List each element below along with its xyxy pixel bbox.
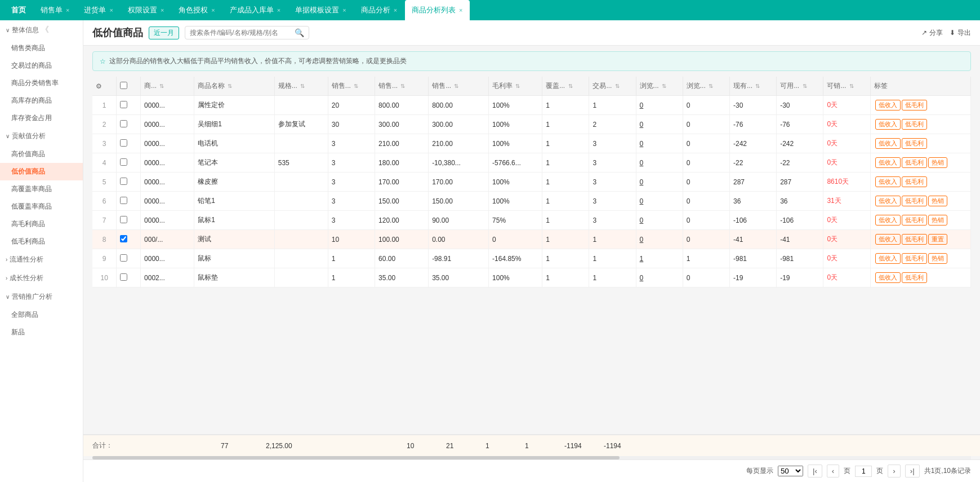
close-icon[interactable]: × [394,7,397,14]
th-current-stock[interactable]: 现有... ⇅ [729,77,776,96]
page-size-select[interactable]: 50 100 200 [778,466,803,476]
nav-tab-product-in[interactable]: 产成品入库单 × [223,0,287,20]
browse-link[interactable]: 0 [640,216,644,224]
sidebar-group-overall[interactable]: ∨ 整体信息 《 [0,20,83,39]
close-icon[interactable]: × [342,7,346,14]
th-sales-profit[interactable]: 销售... ⇅ [429,77,489,96]
browse-link[interactable]: 0 [640,197,644,205]
search-input[interactable] [190,29,291,37]
sidebar-item-high-coverage[interactable]: 高覆盖率商品 [0,180,83,198]
browse-link[interactable]: 0 [640,274,644,282]
sidebar-item-all-goods[interactable]: 全部商品 [0,306,83,324]
row-coverage: 1 [542,115,589,134]
row-checkbox[interactable] [120,197,127,204]
th-spec[interactable]: 规格... ⇅ [274,77,328,96]
th-coverage[interactable]: 覆盖... ⇅ [542,77,589,96]
collapse-icon[interactable]: 《 [41,25,49,35]
row-checkbox[interactable] [120,178,127,185]
settings-icon[interactable]: ⚙ [96,82,102,90]
sidebar-item-low-coverage[interactable]: 低覆盖率商品 [0,198,83,215]
row-checkbox[interactable] [120,235,127,242]
row-checkbox[interactable] [120,139,127,147]
next-page-button[interactable]: › [888,465,900,477]
search-icon[interactable]: 🔍 [295,28,304,37]
sidebar-item-high-value[interactable]: 高价值商品 [0,145,83,163]
th-sales-qty[interactable]: 销售... ⇅ [328,77,375,96]
sidebar-item-sales-goods[interactable]: 销售类商品 [0,39,83,57]
th-available[interactable]: 可用... ⇅ [777,77,823,96]
browse-link[interactable]: 1 [640,255,644,263]
row-checkbox-cell[interactable] [117,153,141,173]
row-sales-amount: 170.00 [375,173,429,192]
page-number-input[interactable] [855,466,872,477]
tag-badge: 热销 [928,157,947,168]
row-checkbox-cell[interactable] [117,230,141,249]
row-checkbox[interactable] [120,254,127,262]
th-checkbox[interactable] [117,77,141,96]
close-icon[interactable]: × [109,7,113,14]
nav-tab-analysis[interactable]: 商品分析 × [354,0,404,20]
row-checkbox[interactable] [120,101,127,108]
nav-home[interactable]: 首页 [5,0,33,20]
row-checkbox-cell[interactable] [117,96,141,115]
sidebar-item-low-value[interactable]: 低价值商品 [0,163,83,180]
export-button[interactable]: ⬇ 导出 [950,28,971,38]
sidebar-item-new-goods[interactable]: 新品 [0,324,83,341]
row-checkbox-cell[interactable] [117,192,141,211]
nav-tab-permission[interactable]: 权限设置 × [121,0,171,20]
browse-link[interactable]: 0 [640,159,644,167]
browse-link[interactable]: 0 [640,101,644,109]
th-browse2[interactable]: 浏览... ⇅ [683,77,729,96]
share-button[interactable]: ↗ 分享 [921,28,943,38]
sidebar-item-high-margin[interactable]: 高毛利商品 [0,215,83,233]
filter-tag-recent[interactable]: 近一月 [149,26,179,39]
sidebar-group-liquidity[interactable]: › 流通性分析 [0,250,83,269]
row-checkbox[interactable] [120,216,127,223]
th-name[interactable]: 商品名称 ⇅ [194,77,275,96]
browse-link[interactable]: 0 [640,236,644,244]
close-icon[interactable]: × [459,7,462,14]
nav-tab-analysis-list[interactable]: 商品分析列表 × [405,0,469,20]
th-code[interactable]: 商... ⇅ [141,77,194,96]
nav-tab-role[interactable]: 角色授权 × [172,0,221,20]
th-transaction[interactable]: 交易... ⇅ [589,77,636,96]
th-sales-amount[interactable]: 销售... ⇅ [375,77,429,96]
sidebar-item-stock-capital[interactable]: 库存资金占用 [0,109,83,127]
th-browse1[interactable]: 浏览... ⇅ [636,77,683,96]
tag-badge: 低收入 [875,176,901,187]
first-page-button[interactable]: |‹ [808,465,822,477]
row-checkbox-cell[interactable] [117,211,141,230]
close-icon[interactable]: × [161,7,164,14]
sidebar-group-marketing[interactable]: ∨ 营销推广分析 [0,288,83,306]
close-icon[interactable]: × [211,7,215,14]
row-checkbox[interactable] [120,120,127,127]
row-checkbox[interactable] [120,273,127,281]
close-icon[interactable]: × [66,7,69,14]
close-icon[interactable]: × [277,7,280,14]
th-saleable[interactable]: 可销... ⇅ [823,77,870,96]
last-page-button[interactable]: ›| [905,465,920,477]
nav-tab-purchase[interactable]: 进货单 × [77,0,119,20]
nav-tab-template[interactable]: 单据模板设置 × [288,0,353,20]
sidebar-group-growth[interactable]: › 成长性分析 [0,269,83,288]
row-checkbox-cell[interactable] [117,268,141,288]
row-checkbox-cell[interactable] [117,249,141,268]
browse-link[interactable]: 0 [640,140,644,148]
sidebar-item-high-stock[interactable]: 高库存的商品 [0,92,83,109]
sidebar-item-category-sales[interactable]: 商品分类销售率 [0,74,83,92]
th-settings[interactable]: ⚙ [92,77,117,96]
browse-link[interactable]: 0 [640,178,644,186]
prev-page-button[interactable]: ‹ [827,465,839,477]
select-all-checkbox[interactable] [120,82,127,89]
sidebar-group-contribution[interactable]: ∨ 贡献值分析 [0,127,83,145]
row-checkbox-cell[interactable] [117,134,141,153]
th-margin-rate[interactable]: 毛利率 ⇅ [489,77,542,96]
sidebar-item-low-margin[interactable]: 低毛利商品 [0,233,83,250]
nav-tab-sales[interactable]: 销售单 × [34,0,76,20]
browse-link[interactable]: 0 [640,121,644,129]
row-current-stock: -19 [729,268,776,288]
row-checkbox[interactable] [120,158,127,166]
sidebar-item-traded-goods[interactable]: 交易过的商品 [0,57,83,74]
row-checkbox-cell[interactable] [117,173,141,192]
row-checkbox-cell[interactable] [117,115,141,134]
